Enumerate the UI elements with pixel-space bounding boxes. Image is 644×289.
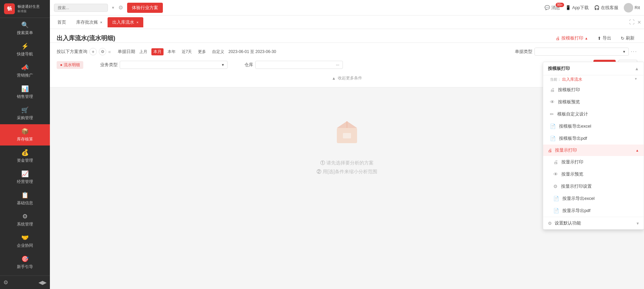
doc-type-more-icon[interactable]: ··· — [631, 49, 637, 55]
empty-hint-2: ② 用[选]条件来缩小分析范围 — [317, 169, 377, 175]
topbar-search-input[interactable] — [54, 4, 108, 12]
topbar-gear-icon[interactable]: ⚙ — [118, 4, 123, 11]
filter-row-1: 按以下方案查询 + ⚙ « 单据日期 上月 本月 本年 近7天 更多 自定义 — [57, 48, 637, 56]
sidebar-item-operation[interactable]: 📈 经营管理 — [0, 167, 50, 188]
topbar-search-chevron-icon[interactable]: ▾ — [112, 5, 114, 10]
display-print-sub-icon: 🖨 — [553, 159, 558, 165]
date-range-display: 2023-06-01 至 2023-06-30 — [228, 49, 276, 55]
print-template-btn[interactable]: 🖨 按模板打印 ▲ — [553, 34, 591, 43]
sidebar-item-cooperation[interactable]: 🤝 企业协同 — [0, 231, 50, 252]
megaphone-icon: 📣 — [21, 64, 29, 71]
filter-collapse-btn[interactable]: « — [108, 49, 111, 54]
trial-btn[interactable]: 体验行业方案 — [127, 3, 163, 13]
dropdown-item-display-preview[interactable]: 👁 按显示预览 — [543, 168, 644, 180]
message-icon: 💬 — [545, 5, 550, 10]
business-type-label: 业务类型 — [100, 62, 118, 68]
dropdown-item-template-customize[interactable]: ✏ 模板自定义设计 — [543, 108, 644, 120]
logo-icon: 畅 — [4, 3, 15, 14]
sidebar-item-label: 基础信息 — [17, 200, 33, 206]
doc-type-select[interactable]: ▾ — [534, 48, 629, 56]
export-btn[interactable]: ⬆ 导出 — [595, 34, 614, 43]
dropdown-item-display-excel[interactable]: 📄 按显示导出excel — [543, 192, 644, 205]
message-btn[interactable]: 💬 消息 99+ — [545, 5, 560, 11]
sidebar-item-label: 企业协同 — [17, 243, 33, 248]
collapse-sidebar-icon[interactable]: ◀▶ — [38, 279, 47, 286]
dropdown-item-template-excel[interactable]: 📄 按模板导出excel — [543, 120, 644, 132]
tab-expand-btn[interactable]: ⛶ ✕ — [629, 19, 641, 25]
clipboard-icon: 📋 — [21, 191, 29, 199]
dropdown-item-template-preview[interactable]: 👁 按模板预览 — [543, 96, 644, 108]
dropdown-close-chevron-icon[interactable]: ▲ — [635, 66, 639, 71]
tab-batch-account[interactable]: 库存批次账 × — [71, 17, 107, 27]
date-opt-last-7-days[interactable]: 近7天 — [180, 48, 194, 55]
warehouse-select[interactable]: ··· — [255, 61, 343, 69]
date-opt-custom[interactable]: 自定义 — [210, 48, 226, 55]
box-icon: 📦 — [21, 128, 29, 135]
tab-flow-label: 出入库流水 — [112, 19, 134, 25]
tab-flow[interactable]: 出入库流水 × — [108, 17, 143, 27]
svg-rect-2 — [343, 133, 351, 138]
sidebar-item-basic-info[interactable]: 📋 基础信息 — [0, 188, 50, 209]
filter-label: 按以下方案查询 — [57, 49, 87, 55]
add-filter-btn[interactable]: + — [89, 48, 97, 55]
print-icon: 🖨 — [550, 87, 555, 93]
sidebar-item-finance[interactable]: 💰 资金管理 — [0, 146, 50, 167]
doc-type-label: 单据类型 — [515, 49, 532, 55]
doc-type-chevron-icon: ▾ — [623, 49, 625, 54]
date-opt-this-month[interactable]: 本月 — [151, 48, 164, 55]
sidebar-item-label: 快捷导航 — [17, 51, 33, 57]
date-opt-last-month[interactable]: 上月 — [137, 48, 149, 55]
refresh-btn[interactable]: ↻ 刷新 — [618, 34, 637, 43]
dropdown-item-template-pdf[interactable]: 📄 按模板导出pdf — [543, 132, 644, 144]
tab-flow-close-icon[interactable]: × — [136, 20, 138, 24]
online-service-btn[interactable]: 🎧 在线客服 — [594, 5, 618, 11]
display-print-header[interactable]: 🖨 按显示打印 ▲ — [543, 144, 644, 156]
date-filter-control: 单据日期 上月 本月 本年 近7天 更多 自定义 2023-06-01 至 20… — [118, 48, 276, 55]
sidebar-item-sales[interactable]: 📊 销售管理 — [0, 82, 50, 103]
filter-settings-btn[interactable]: ⚙ — [99, 48, 106, 55]
filter-tag-label: 流水明细 — [64, 62, 80, 68]
business-type-select[interactable]: ▾ — [120, 61, 228, 69]
date-opt-this-year[interactable]: 本年 — [166, 48, 178, 55]
settings-footer-icon[interactable]: ⚙ — [3, 279, 8, 286]
sidebar-item-guide[interactable]: 🎯 新手引导 — [0, 252, 50, 273]
sidebar-item-label: 采购管理 — [17, 115, 33, 121]
date-opt-more[interactable]: 更多 — [196, 48, 208, 55]
export-icon: ⬆ — [597, 36, 601, 41]
print-dropdown-panel: 按模板打印 ▲ 当前： 出入库流水 ▾ 🖨 按模板打印 👁 按模板预览 ✏ 模板… — [543, 62, 644, 230]
sidebar-item-inventory[interactable]: 📦 库存核算 — [0, 124, 50, 146]
app-download-btn[interactable]: 📱 App下载 — [565, 5, 589, 11]
tab-home[interactable]: 首页 — [53, 17, 71, 27]
sidebar-item-app-center[interactable]: 📱 应用中心 — [0, 273, 50, 275]
dropdown-item-display-pdf[interactable]: 📄 按显示导出pdf — [543, 205, 644, 217]
sidebar-item-label: 系统管理 — [17, 221, 33, 227]
money-icon: 💰 — [21, 149, 29, 156]
date-label: 单据日期 — [118, 49, 135, 55]
user-profile-btn[interactable]: Rit — [624, 3, 640, 12]
dropdown-item-display-print[interactable]: 🖨 按显示打印 — [543, 156, 644, 168]
sidebar-item-quick-nav[interactable]: ⚡ 快捷导航 — [0, 39, 50, 60]
tabbar: 首页 库存批次账 × 出入库流水 × ⛶ ✕ — [50, 16, 644, 29]
display-print-chevron-icon: ▲ — [636, 149, 639, 152]
warehouse-control: 仓库 ··· — [244, 61, 343, 69]
tab-batch-account-close-icon[interactable]: × — [100, 20, 102, 24]
dropdown-footer-settings[interactable]: ⚙ 设置默认功能 ▾ — [543, 217, 644, 229]
dropdown-item-template-print[interactable]: 🖨 按模板打印 — [543, 84, 644, 96]
display-print-icon: 🖨 — [548, 148, 552, 153]
dropdown-item-display-settings[interactable]: ⚙ 按显示打印设置 — [543, 180, 644, 192]
headset-icon: 🎧 — [594, 5, 599, 10]
sidebar-item-marketing[interactable]: 📣 营销推广 — [0, 60, 50, 82]
gear-icon: ⚙ — [22, 213, 28, 220]
pdf-icon: 📄 — [550, 136, 556, 141]
date-options: 上月 本月 本年 近7天 更多 自定义 — [137, 48, 227, 55]
eye-icon: 👁 — [550, 99, 555, 105]
tab-home-label: 首页 — [57, 19, 66, 25]
sidebar-item-purchase[interactable]: 🛒 采购管理 — [0, 103, 50, 124]
sidebar-item-system[interactable]: ⚙ 系统管理 — [0, 209, 50, 231]
current-template-value: 出入库流水 — [562, 77, 582, 82]
refresh-icon: ↻ — [621, 36, 624, 41]
sidebar-item-search[interactable]: 🔍 搜索菜单 — [0, 18, 50, 39]
topbar: ▾ ⚙ 体验行业方案 💬 消息 99+ 📱 App下载 🎧 在线客服 Rit — [50, 0, 644, 16]
topbar-right: 💬 消息 99+ 📱 App下载 🎧 在线客服 Rit — [545, 3, 640, 12]
warehouse-label: 仓库 — [244, 62, 253, 68]
